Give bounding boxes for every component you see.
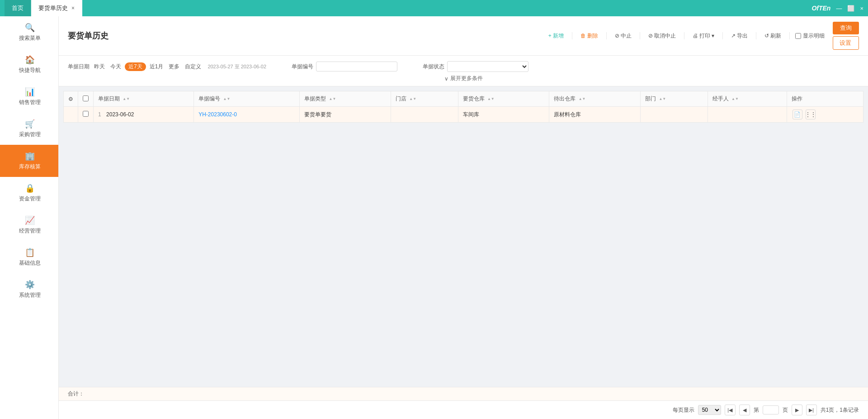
last-page-btn[interactable]: ▶|: [806, 405, 817, 415]
table-row: 1 2023-06-02 YH-20230602-0 要货单要货 车间库 原材料…: [64, 107, 863, 123]
settings-button[interactable]: 设置: [833, 36, 859, 50]
op-edit-btn[interactable]: ⋮⋮: [806, 110, 816, 119]
close-btn[interactable]: ×: [860, 5, 863, 12]
stop-button[interactable]: ⊘ 中止: [612, 30, 634, 42]
table-container: ⚙ 单据日期 ▲▼ 单据编号 ▲▼ 单据类型: [59, 86, 868, 387]
op-view-btn[interactable]: 📄: [793, 110, 802, 119]
shortcut-7days[interactable]: 近7天: [125, 62, 146, 71]
quick-nav-icon: 🏠: [25, 55, 35, 65]
query-button[interactable]: 查询: [833, 22, 859, 34]
sort-doc-date-icon: ▲▼: [123, 97, 130, 101]
expand-more-btn[interactable]: ∨ 展开更多条件: [68, 75, 859, 82]
th-req-warehouse[interactable]: 要货仓库 ▲▼: [458, 91, 549, 107]
page-label-suffix: 页: [783, 406, 788, 414]
th-doc-date[interactable]: 单据日期 ▲▼: [94, 91, 194, 107]
show-detail-checkbox[interactable]: [795, 33, 801, 39]
shortcut-today[interactable]: 今天: [108, 62, 123, 71]
sidebar-label-quick-nav: 快捷导航: [19, 67, 41, 74]
td-doc-no: YH-20230602-0: [194, 107, 300, 123]
td-op-buttons: 📄 ⋮⋮: [787, 107, 863, 123]
sidebar-label-operation: 经营管理: [19, 227, 41, 235]
th-dept[interactable]: 部门 ▲▼: [641, 91, 708, 107]
doc-status-label: 单据状态: [423, 63, 444, 71]
page-label-prefix: 第: [754, 406, 759, 414]
purchase-icon: 🛒: [25, 119, 35, 129]
shortcut-custom[interactable]: 自定义: [183, 62, 203, 71]
td-settings: [64, 107, 78, 123]
date-shortcuts: 昨天 今天 近7天 近1月 更多 自定义: [92, 62, 203, 71]
sidebar-item-purchase[interactable]: 🛒 采购管理: [0, 113, 58, 145]
doc-no-filter: 单据编号: [292, 62, 397, 71]
td-doc-type: 要货单要货: [300, 107, 391, 123]
data-table: ⚙ 单据日期 ▲▼ 单据编号 ▲▼ 单据类型: [63, 91, 863, 123]
total-label: 合计：: [68, 390, 84, 397]
td-handler: [708, 107, 787, 123]
sort-doc-type-icon: ▲▼: [329, 97, 336, 101]
sidebar-item-system[interactable]: ⚙️ 系统管理: [0, 273, 58, 305]
th-settings[interactable]: ⚙: [64, 91, 78, 107]
refresh-button[interactable]: ↺ 刷新: [762, 30, 784, 42]
divider-7: [789, 32, 790, 39]
window-controls: OfTEn — ⬜ ×: [811, 5, 863, 12]
sidebar-item-quick-nav[interactable]: 🏠 快捷导航: [0, 48, 58, 81]
td-doc-date: 1 2023-06-02: [94, 107, 194, 123]
doc-no-input[interactable]: [316, 62, 397, 71]
th-doc-no[interactable]: 单据编号 ▲▼: [194, 91, 300, 107]
sidebar-item-operation[interactable]: 📈 经营管理: [0, 209, 58, 241]
row-checkbox[interactable]: [83, 111, 89, 117]
table-footer: 合计：: [59, 387, 868, 400]
sort-store-icon: ▲▼: [409, 97, 416, 101]
sidebar-item-inventory[interactable]: 🏢 库存核算: [0, 145, 58, 177]
next-page-btn[interactable]: ▶: [792, 405, 802, 415]
sidebar-item-basic[interactable]: 📋 基础信息: [0, 241, 58, 273]
shortcut-more[interactable]: 更多: [167, 62, 181, 71]
page-title: 要货单历史: [68, 30, 108, 41]
sidebar-item-search-menu[interactable]: 🔍 搜索菜单: [0, 16, 58, 48]
th-checkbox: [78, 91, 94, 107]
export-icon: ↗: [731, 33, 736, 39]
stop-icon: ⊘: [615, 33, 619, 39]
prev-page-btn[interactable]: ◀: [739, 405, 750, 415]
th-handler[interactable]: 经手人 ▲▼: [708, 91, 787, 107]
cancel-stop-button[interactable]: ⊘ 取消中止: [646, 30, 679, 42]
divider-5: [722, 32, 723, 39]
select-all-checkbox[interactable]: [83, 95, 89, 101]
tab-close-icon[interactable]: ×: [71, 5, 75, 11]
basic-icon: 📋: [25, 248, 35, 257]
export-button[interactable]: ↗ 导出: [728, 30, 750, 42]
filter-row: 单据日期 昨天 今天 近7天 近1月 更多 自定义 2023-05-27 至 2…: [68, 61, 859, 72]
expand-more-icon: ∨: [444, 76, 448, 82]
first-page-btn[interactable]: |◀: [725, 405, 736, 415]
page-size-select[interactable]: 50 100: [698, 405, 721, 415]
td-checkbox: [78, 107, 94, 123]
main-layout: 🔍 搜索菜单 🏠 快捷导航 📊 销售管理 🛒 采购管理 🏢 库存核算 🔒 资金管…: [0, 16, 868, 419]
doc-status-select[interactable]: [447, 61, 528, 72]
divider-4: [684, 32, 684, 39]
shortcut-1month[interactable]: 近1月: [148, 62, 165, 71]
tab-home[interactable]: 首页: [5, 0, 31, 16]
print-button[interactable]: 🖨 打印 ▾: [690, 30, 717, 42]
sidebar-label-purchase: 采购管理: [19, 131, 41, 138]
doc-no-link[interactable]: YH-20230602-0: [198, 111, 237, 118]
sidebar-item-finance[interactable]: 🔒 资金管理: [0, 177, 58, 209]
page-input[interactable]: 1: [763, 405, 779, 414]
delete-button[interactable]: 🗑 删除: [578, 30, 601, 42]
sidebar-item-sales[interactable]: 📊 销售管理: [0, 81, 58, 113]
minimize-btn[interactable]: —: [836, 5, 842, 12]
print-dropdown-icon: ▾: [712, 33, 714, 39]
sidebar-label-system: 系统管理: [19, 291, 41, 299]
sidebar-label-basic: 基础信息: [19, 259, 41, 267]
th-doc-type[interactable]: 单据类型 ▲▼: [300, 91, 391, 107]
tab-doc-history[interactable]: 要货单历史 ×: [31, 0, 82, 16]
shortcut-yesterday[interactable]: 昨天: [92, 62, 107, 71]
sales-icon: 📊: [25, 87, 35, 97]
th-store[interactable]: 门店 ▲▼: [391, 91, 458, 107]
operation-icon: 📈: [25, 215, 35, 225]
sidebar-label-finance: 资金管理: [19, 195, 41, 203]
tab-bar: 首页 要货单历史 ×: [5, 0, 82, 16]
delete-icon: 🗑: [580, 33, 586, 39]
restore-btn[interactable]: ⬜: [847, 5, 854, 12]
new-button[interactable]: + 新增: [546, 30, 566, 42]
sort-handler-icon: ▲▼: [731, 97, 739, 101]
th-out-warehouse[interactable]: 待出仓库 ▲▼: [549, 91, 641, 107]
